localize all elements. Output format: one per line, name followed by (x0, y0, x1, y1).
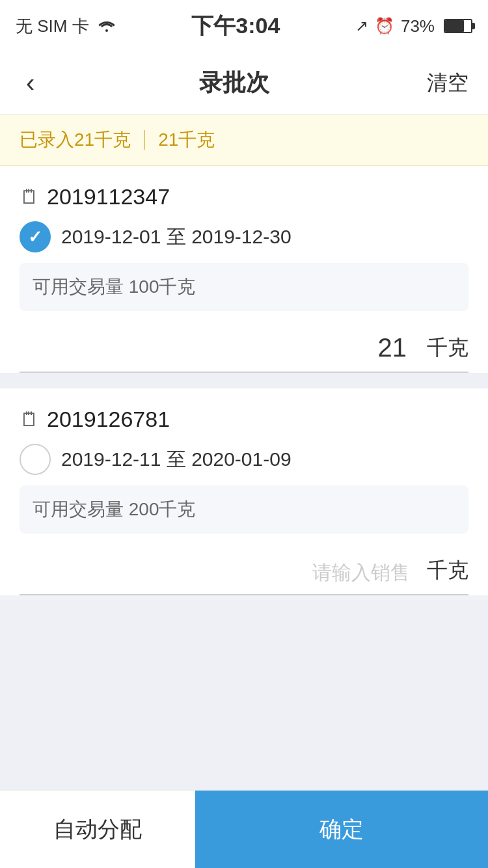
page-title: 录批次 (199, 67, 269, 99)
batch2-input-row: 千克 (0, 547, 488, 594)
batch1-radio[interactable]: ✓ (20, 221, 51, 252)
batch1-date-range: 2019-12-01 至 2019-12-30 (61, 224, 291, 251)
batch2-id-icon: 🗒 (20, 409, 39, 431)
batch1-available: 可用交易量 100千克 (20, 263, 468, 311)
battery-icon (444, 19, 472, 33)
recorded-label: 已录入21千克 (20, 128, 131, 152)
batch1-id: 2019112347 (47, 184, 170, 210)
batch1-quantity-input[interactable] (312, 333, 416, 362)
location-icon: ↗ (355, 17, 368, 35)
batch2-available: 可用交易量 200千克 (20, 485, 468, 534)
batch-card-2: 🗒 2019126781 2019-12-11 至 2020-01-09 可用交… (0, 388, 488, 595)
batch-card-1: 🗒 2019112347 ✓ 2019-12-01 至 2019-12-30 可… (0, 166, 488, 373)
batch1-id-icon: 🗒 (20, 186, 39, 208)
confirm-button[interactable]: 确定 (195, 791, 488, 868)
summary-banner: 已录入21千克 21千克 (0, 115, 488, 166)
batch2-quantity-input[interactable] (312, 556, 416, 585)
bottom-bar: 自动分配 确定 (0, 790, 488, 868)
nav-bar: ‹ 录批次 清空 (0, 52, 488, 115)
auto-distribute-button[interactable]: 自动分配 (0, 791, 195, 868)
back-button[interactable]: ‹ (20, 62, 41, 104)
alarm-icon: ⏰ (375, 17, 394, 35)
sim-label: 无 SIM 卡 (16, 15, 89, 38)
clear-button[interactable]: 清空 (427, 69, 468, 98)
wifi-icon (97, 16, 116, 36)
batch2-radio[interactable] (20, 444, 51, 475)
batch2-date-range: 2019-12-11 至 2020-01-09 (61, 446, 291, 473)
status-bar: 无 SIM 卡 下午3:04 ↗ ⏰ 73% (0, 0, 488, 52)
clock: 下午3:04 (191, 11, 280, 41)
batch2-id: 2019126781 (47, 407, 170, 432)
batch1-unit: 千克 (427, 334, 468, 362)
total-label: 21千克 (158, 128, 215, 152)
batch2-unit: 千克 (427, 556, 468, 585)
battery-label: 73% (401, 16, 435, 36)
batch1-quantity-row: 千克 (0, 324, 488, 372)
